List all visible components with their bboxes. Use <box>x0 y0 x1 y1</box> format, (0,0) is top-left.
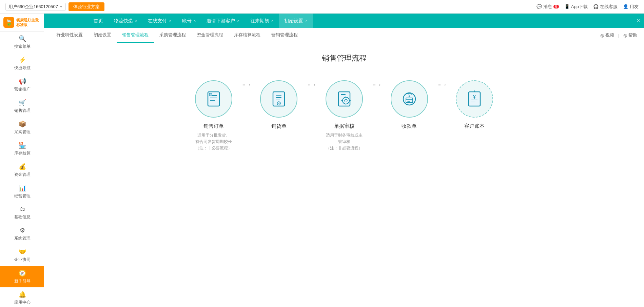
step-circle-3[interactable] <box>326 80 363 118</box>
user-selector[interactable]: 用户690企业1660120507 ▼ <box>5 3 66 11</box>
help-link[interactable]: ◎ 帮助 <box>623 32 637 38</box>
nav-item-logistics[interactable]: 物流快递 × <box>109 14 142 28</box>
svg-text:¥: ¥ <box>473 94 476 100</box>
nav-bar: 首页 物流快递 × 在线支付 × 账号 × 邀请下游客户 × 往来期初 × <box>44 14 644 28</box>
nav-label-init: 初始设置 <box>284 14 303 28</box>
flow-arrow-3: ···→ <box>371 80 382 113</box>
sidebar-label-operation: 经营管理 <box>14 193 31 199</box>
collab-icon: 🤝 <box>19 248 26 255</box>
sidebar-item-newguide[interactable]: 🧭 新手引导 <box>0 266 44 287</box>
subtab-init[interactable]: 初始设置 <box>88 28 117 43</box>
sidebar-label-system: 系统管理 <box>14 236 31 241</box>
logo-icon: 🍃 <box>3 17 14 28</box>
app-label: App下载 <box>571 4 588 10</box>
right-panel: 首页 物流快递 × 在线支付 × 账号 × 邀请下游客户 × 往来期初 × <box>44 14 644 307</box>
sidebar-item-baseinfo[interactable]: 🗂 基础信息 <box>0 202 44 223</box>
service-item[interactable]: 🎧 在线客服 <box>593 4 618 10</box>
subtab-marketing-flow[interactable]: 营销管理流程 <box>266 28 303 43</box>
app-download-item[interactable]: 📱 App下载 <box>564 4 588 10</box>
flow-steps: 销售订单 适用于分批发货、有合同发货周期较长（注：非必要流程） ···→ <box>187 80 502 152</box>
nav-item-period[interactable]: 往来期初 × <box>245 14 279 28</box>
sidebar-logo: 🍃 畅康通好生意标准版 <box>0 14 44 32</box>
nav-label-payment: 在线支付 <box>148 14 167 28</box>
user-label: 用户690企业1660120507 <box>8 4 58 10</box>
nav-label-invite: 邀请下游客户 <box>207 14 235 28</box>
step-name-2: 销货单 <box>271 123 287 129</box>
baseinfo-icon: 🗂 <box>19 206 25 213</box>
sidebar-label-newguide: 新手引导 <box>14 278 31 284</box>
finance-icon: 💰 <box>19 163 26 170</box>
user-avatar-item[interactable]: 👤 用友 <box>623 4 639 10</box>
service-label: 在线客服 <box>600 4 618 10</box>
appcenter-icon: 🔔 <box>19 291 26 298</box>
flow-arrow-2: ···→ <box>306 80 317 113</box>
sidebar-item-purchase[interactable]: 📦 采购管理 <box>0 117 44 138</box>
nav-bar-close-icon[interactable]: × <box>637 18 640 24</box>
sidebar-item-system[interactable]: ⚙ 系统管理 <box>0 223 44 245</box>
subtab-finance-flow[interactable]: 资金管理流程 <box>191 28 229 43</box>
video-link[interactable]: ◎ 视频 <box>600 32 614 38</box>
sidebar-item-appcenter[interactable]: 🔔 应用中心 <box>0 287 44 307</box>
nav-close-account[interactable]: × <box>194 14 196 28</box>
system-icon: ⚙ <box>20 227 25 234</box>
subtab-industry[interactable]: 行业特性设置 <box>51 28 88 43</box>
subtab-sales-flow[interactable]: 销售管理流程 <box>117 28 154 43</box>
sidebar-item-finance[interactable]: 💰 资金管理 <box>0 160 44 181</box>
flow-title: 销售管理流程 <box>322 53 367 63</box>
message-item[interactable]: 💬 消息 6 <box>536 4 559 10</box>
nav-item-invite[interactable]: 邀请下游客户 × <box>201 14 245 28</box>
flow-step-1: 销售订单 适用于分批发货、有合同发货周期较长（注：非必要流程） <box>187 80 241 152</box>
step-circle-4[interactable]: ¥ <box>391 80 428 118</box>
sidebar-label-quicknav: 快捷导航 <box>14 65 31 71</box>
sidebar-item-search[interactable]: 🔍 搜索菜单 <box>0 32 44 53</box>
sidebar-label-purchase: 采购管理 <box>14 129 31 135</box>
subtab-inventory-flow[interactable]: 库存核算流程 <box>229 28 266 43</box>
nav-label-account: 账号 <box>182 14 192 28</box>
flow-step-5: ¥ 客户账本 <box>447 80 502 132</box>
top-bar-left: 用户690企业1660120507 ▼ 体验行业方案 <box>5 2 104 11</box>
chevron-down-icon: ▼ <box>59 5 63 8</box>
sidebar-item-collab[interactable]: 🤝 企业协同 <box>0 245 44 266</box>
top-bar: 用户690企业1660120507 ▼ 体验行业方案 💬 消息 6 📱 App下… <box>0 0 644 14</box>
nav-item-home[interactable]: 首页 <box>88 14 109 28</box>
sidebar-label-collab: 企业协同 <box>14 257 31 263</box>
sidebar-menu: 🔍 搜索菜单 ⚡ 快捷导航 📢 营销推广 🛒 销售管理 📦 采购管理 <box>0 32 44 307</box>
sub-tabs: 行业特性设置 初始设置 销售管理流程 采购管理流程 资金管理流程 库存核算流程 <box>44 28 644 43</box>
top-bar-right: 💬 消息 6 📱 App下载 🎧 在线客服 👤 用友 <box>536 4 639 10</box>
nav-close-init[interactable]: × <box>305 14 307 28</box>
sidebar-item-marketing[interactable]: 📢 营销推广 <box>0 74 44 96</box>
quicknav-icon: ⚡ <box>19 56 26 64</box>
operation-icon: 📊 <box>19 184 26 192</box>
nav-close-logistics[interactable]: × <box>135 14 137 28</box>
subtab-right: ◎ 视频 | ◎ 帮助 <box>600 32 637 38</box>
nav-item-account[interactable]: 账号 × <box>177 14 201 28</box>
nav-label-period: 往来期初 <box>250 14 269 28</box>
nav-item-payment[interactable]: 在线支付 × <box>142 14 176 28</box>
sidebar-label-baseinfo: 基础信息 <box>14 214 31 220</box>
step-name-1: 销售订单 <box>203 123 224 129</box>
message-label: 消息 <box>543 4 552 10</box>
content-area: 行业特性设置 初始设置 销售管理流程 采购管理流程 资金管理流程 库存核算流程 <box>44 28 644 307</box>
service-icon: 🎧 <box>593 4 599 9</box>
step-circle-5[interactable]: ¥ <box>456 80 493 118</box>
sidebar-item-sales[interactable]: 🛒 销售管理 <box>0 96 44 117</box>
svg-text:¥: ¥ <box>408 94 410 98</box>
avatar-icon: 👤 <box>623 4 628 9</box>
sidebar-label-finance: 资金管理 <box>14 172 31 178</box>
message-badge: 6 <box>553 5 559 8</box>
subtab-purchase-flow[interactable]: 采购管理流程 <box>154 28 191 43</box>
logo-text: 畅康通好生意标准版 <box>16 18 39 27</box>
nav-close-invite[interactable]: × <box>237 14 239 28</box>
step-circle-2[interactable] <box>260 80 297 118</box>
step-circle-1[interactable] <box>195 80 232 118</box>
sidebar-item-inventory[interactable]: 🏪 库存核算 <box>0 138 44 160</box>
sidebar-item-operation[interactable]: 📊 经营管理 <box>0 181 44 202</box>
nav-close-payment[interactable]: × <box>169 14 171 28</box>
nav-item-init[interactable]: 初始设置 × <box>279 14 313 28</box>
nav-label-logistics: 物流快递 <box>114 14 133 28</box>
trial-button[interactable]: 体验行业方案 <box>69 2 104 11</box>
nav-close-period[interactable]: × <box>271 14 273 28</box>
sidebar-item-quicknav[interactable]: ⚡ 快捷导航 <box>0 53 44 74</box>
svg-rect-4 <box>209 93 212 96</box>
step-name-3: 单据审核 <box>334 123 354 129</box>
